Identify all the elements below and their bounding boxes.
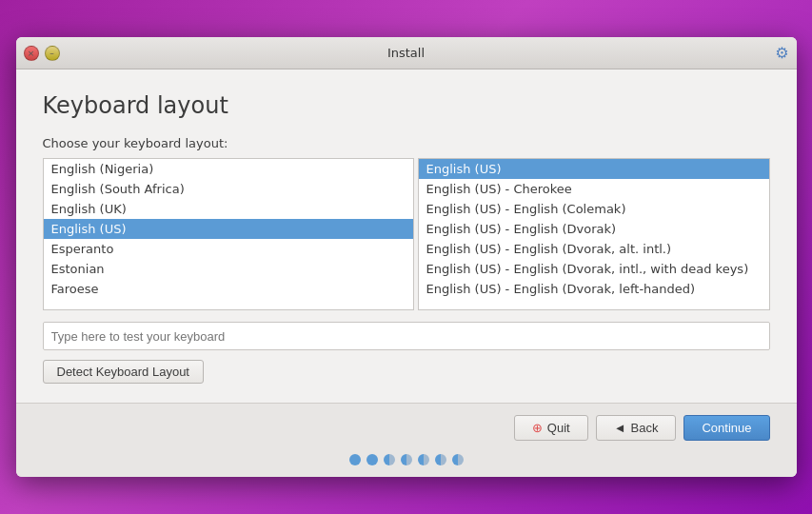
list-item[interactable]: Esperanto bbox=[44, 239, 413, 259]
titlebar: × – Install ⚙ bbox=[16, 37, 797, 69]
list-item[interactable]: English (US) - Cherokee bbox=[419, 179, 769, 199]
close-button[interactable]: × bbox=[24, 46, 39, 61]
back-button[interactable]: ◄ Back bbox=[596, 415, 677, 441]
progress-dot bbox=[418, 454, 429, 465]
progress-dot bbox=[366, 454, 378, 465]
window-controls: × – bbox=[24, 46, 60, 61]
action-buttons: ⊕ Quit ◄ Back Continue bbox=[43, 415, 770, 441]
list-item[interactable]: English (US) bbox=[44, 219, 413, 239]
continue-button[interactable]: Continue bbox=[683, 415, 769, 441]
list-item[interactable]: Estonian bbox=[44, 259, 413, 279]
minimize-button[interactable]: – bbox=[45, 46, 60, 61]
list-item[interactable]: English (US) - English (Colemak) bbox=[419, 199, 769, 219]
progress-dot bbox=[435, 454, 446, 465]
list-item[interactable]: English (US) - English (Dvorak, left-han… bbox=[419, 279, 769, 299]
list-item[interactable]: English (US) - English (Dvorak) bbox=[419, 219, 769, 239]
layout-lists: English (Nigeria)English (South Africa)E… bbox=[43, 158, 770, 310]
progress-dot bbox=[349, 454, 361, 465]
detect-keyboard-button[interactable]: Detect Keyboard Layout bbox=[43, 360, 204, 384]
close-icon: × bbox=[28, 49, 35, 58]
install-window: × – Install ⚙ Keyboard layout Choose you… bbox=[16, 37, 797, 477]
quit-icon: ⊕ bbox=[532, 421, 543, 435]
window-title: Install bbox=[387, 46, 425, 60]
list-item[interactable]: English (US) - English (Dvorak, alt. int… bbox=[419, 239, 769, 259]
progress-dots bbox=[43, 454, 770, 465]
list-item[interactable]: English (US) - English (Dvorak, intl., w… bbox=[419, 259, 769, 279]
list-item[interactable]: English (US) bbox=[419, 159, 769, 179]
list-item[interactable]: English (Nigeria) bbox=[44, 159, 413, 179]
variant-list[interactable]: English (US)English (US) - CherokeeEngli… bbox=[418, 158, 770, 310]
language-list[interactable]: English (Nigeria)English (South Africa)E… bbox=[43, 158, 414, 310]
back-icon: ◄ bbox=[614, 421, 626, 435]
progress-dot bbox=[384, 454, 395, 465]
progress-dot bbox=[452, 454, 464, 465]
choose-label: Choose your keyboard layout: bbox=[43, 136, 770, 150]
settings-icon[interactable]: ⚙ bbox=[775, 44, 788, 62]
footer: ⊕ Quit ◄ Back Continue bbox=[16, 403, 797, 477]
main-content: Keyboard layout Choose your keyboard lay… bbox=[16, 69, 797, 403]
list-item[interactable]: English (South Africa) bbox=[44, 179, 413, 199]
list-item[interactable]: English (UK) bbox=[44, 199, 413, 219]
progress-dot bbox=[401, 454, 412, 465]
quit-button[interactable]: ⊕ Quit bbox=[514, 415, 588, 441]
keyboard-test-input[interactable] bbox=[43, 322, 770, 350]
minimize-icon: – bbox=[50, 49, 54, 58]
list-item[interactable]: Faroese bbox=[44, 279, 413, 299]
page-title: Keyboard layout bbox=[43, 92, 770, 119]
